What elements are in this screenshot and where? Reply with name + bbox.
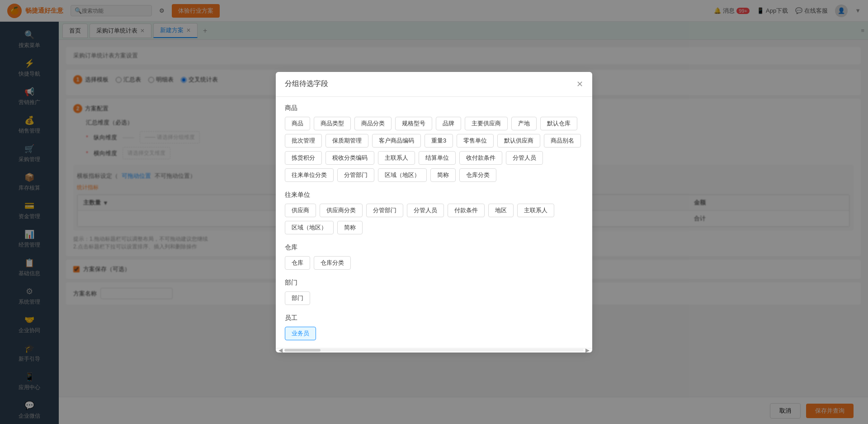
field-tag-main-contact[interactable]: 主联系人: [378, 151, 415, 165]
field-tag-warehouse-category[interactable]: 仓库分类: [459, 168, 496, 182]
field-tag-payment-condition[interactable]: 付款条件: [448, 204, 485, 217]
field-tag-batch-manage[interactable]: 批次管理: [285, 134, 322, 148]
field-tag-manage-person[interactable]: 分管人员: [407, 204, 444, 217]
field-tag-default-warehouse[interactable]: 默认仓库: [540, 117, 577, 130]
field-tag-origin[interactable]: 产地: [511, 117, 537, 130]
partner-tags: 供应商 供应商分类 分管部门 分管人员 付款条件 地区 主联系人 区域（地区） …: [285, 204, 583, 234]
modal-header: 分组待选字段 ✕: [276, 72, 592, 97]
field-tag-product-category[interactable]: 商品分类: [354, 117, 392, 130]
field-tag-brand[interactable]: 品牌: [436, 117, 461, 130]
field-tag-unit-category[interactable]: 往来单位分类: [285, 168, 334, 182]
field-tag-spec-type[interactable]: 规格型号: [395, 117, 432, 130]
field-tag-main-supplier[interactable]: 主要供应商: [465, 117, 508, 130]
field-tag-wh-category[interactable]: 仓库分类: [314, 256, 351, 270]
field-tag-customer-code[interactable]: 客户商品编码: [372, 134, 421, 148]
field-group-partner: 往来单位 供应商 供应商分类 分管部门 分管人员 付款条件 地区 主联系人 区域…: [285, 191, 583, 234]
field-group-department-title: 部门: [285, 279, 583, 287]
field-tag-weight3[interactable]: 重量3: [425, 134, 453, 148]
modal-body: 商品 商品 商品类型 商品分类 规格型号 品牌 主要供应商 产地 默认仓库 批次…: [276, 97, 592, 348]
department-tags: 部门: [285, 291, 583, 305]
field-group-product-title: 商品: [285, 104, 583, 112]
field-tag-salesman[interactable]: 业务员: [285, 327, 316, 340]
field-tag-product-alias[interactable]: 商品别名: [544, 134, 581, 148]
field-group-warehouse-title: 仓库: [285, 243, 583, 252]
field-tag-short-name[interactable]: 简称: [337, 221, 363, 234]
field-tag-settle-unit[interactable]: 结算单位: [419, 151, 456, 165]
scroll-right-arrow[interactable]: ▶: [584, 347, 591, 353]
scroll-track-h[interactable]: [284, 349, 584, 352]
field-tag-dept[interactable]: 分管部门: [337, 168, 374, 182]
field-tag-manager[interactable]: 分管人员: [506, 151, 543, 165]
field-tag-contact[interactable]: 主联系人: [517, 204, 554, 217]
field-tag-default-supplier[interactable]: 默认供应商: [497, 134, 540, 148]
product-tags: 商品 商品类型 商品分类 规格型号 品牌 主要供应商 产地 默认仓库 批次管理 …: [285, 117, 583, 182]
field-tag-supplier[interactable]: 供应商: [285, 204, 316, 217]
field-group-product: 商品 商品 商品类型 商品分类 规格型号 品牌 主要供应商 产地 默认仓库 批次…: [285, 104, 583, 182]
field-tag-payment-terms[interactable]: 收付款条件: [459, 151, 502, 165]
modal-title: 分组待选字段: [285, 79, 328, 89]
field-tag-retail-unit[interactable]: 零售单位: [457, 134, 494, 148]
field-tag-dept-field[interactable]: 部门: [285, 291, 310, 305]
field-tag-wh[interactable]: 仓库: [285, 256, 310, 270]
field-group-partner-title: 往来单位: [285, 191, 583, 199]
modal-close-button[interactable]: ✕: [576, 79, 583, 89]
field-tag-region[interactable]: 区域（地区）: [378, 168, 427, 182]
field-tag-supplier-category[interactable]: 供应商分类: [320, 204, 363, 217]
modal-overlay: 分组待选字段 ✕ 商品 商品 商品类型 商品分类 规格型号 品牌 主要供应商 产…: [0, 0, 868, 424]
modal-scrollbar-horizontal[interactable]: ◀ ▶: [276, 348, 592, 353]
field-group-department: 部门 部门: [285, 279, 583, 305]
field-group-employee-title: 员工: [285, 314, 583, 322]
field-group-employee: 员工 业务员: [285, 314, 583, 340]
field-tag-area[interactable]: 地区: [488, 204, 514, 217]
field-tag-product[interactable]: 商品: [285, 117, 310, 130]
field-tag-product-type[interactable]: 商品类型: [314, 117, 351, 130]
employee-tags: 业务员: [285, 327, 583, 340]
field-tag-tax-category-code[interactable]: 税收分类编码: [326, 151, 374, 165]
field-group-warehouse: 仓库 仓库 仓库分类: [285, 243, 583, 270]
field-tag-manage-dept[interactable]: 分管部门: [366, 204, 403, 217]
scroll-thumb-h[interactable]: [284, 349, 321, 352]
field-select-modal: 分组待选字段 ✕ 商品 商品 商品类型 商品分类 规格型号 品牌 主要供应商 产…: [276, 72, 592, 353]
field-tag-pickup-score[interactable]: 拣货积分: [285, 151, 322, 165]
field-tag-abbr[interactable]: 简称: [430, 168, 456, 182]
field-tag-area2[interactable]: 区域（地区）: [285, 221, 334, 234]
field-tag-expiry-manage[interactable]: 保质期管理: [326, 134, 368, 148]
scroll-left-arrow[interactable]: ◀: [277, 347, 284, 353]
warehouse-tags: 仓库 仓库分类: [285, 256, 583, 270]
